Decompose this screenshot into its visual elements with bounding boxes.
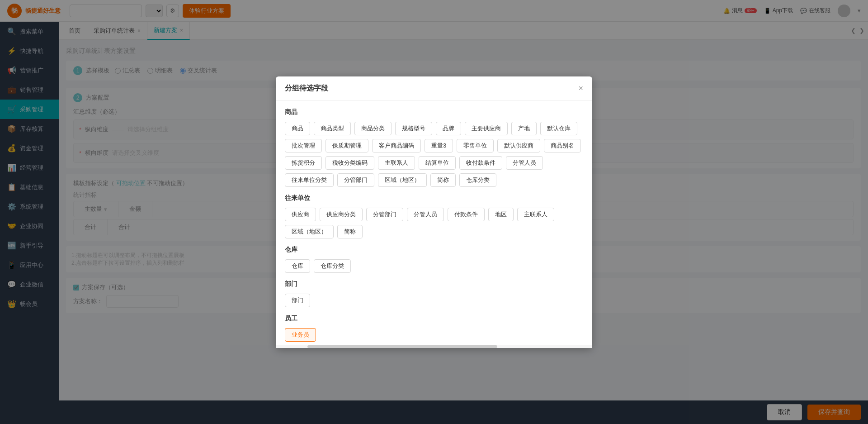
field-tag-0-16[interactable]: 税收分类编码 (326, 156, 374, 170)
field-tag-0-2[interactable]: 商品分类 (354, 122, 392, 135)
field-tag-0-23[interactable]: 区域（地区） (378, 173, 427, 187)
field-tag-0-24[interactable]: 简称 (430, 173, 456, 187)
field-group-title-1: 往来单位 (285, 194, 583, 202)
field-tag-1-1[interactable]: 供应商分类 (320, 208, 363, 221)
field-tag-0-5[interactable]: 主要供应商 (465, 122, 508, 135)
field-tag-0-17[interactable]: 主联系人 (378, 156, 415, 170)
field-group-tags-3: 部门 (285, 294, 583, 307)
field-group-title-3: 部门 (285, 280, 583, 288)
modal-title: 分组待选字段 (285, 84, 328, 93)
field-tag-0-20[interactable]: 分管人员 (506, 156, 543, 170)
field-tag-0-15[interactable]: 拣货积分 (285, 156, 322, 170)
field-tag-0-21[interactable]: 往来单位分类 (285, 173, 334, 187)
field-tag-0-0[interactable]: 商品 (285, 122, 310, 135)
modal-scroll-thumb (307, 345, 497, 348)
field-tag-0-11[interactable]: 重量3 (425, 139, 453, 152)
field-tag-0-4[interactable]: 品牌 (436, 122, 461, 135)
field-tag-1-5[interactable]: 地区 (488, 208, 514, 221)
modal-header: 分组待选字段 × (276, 76, 592, 101)
field-tag-2-0[interactable]: 仓库 (285, 259, 310, 273)
field-tag-1-7[interactable]: 区域（地区） (285, 225, 334, 238)
field-selection-modal: 分组待选字段 × 商品商品商品类型商品分类规格型号品牌主要供应商产地默认仓库批次… (276, 76, 592, 348)
modal-body: 商品商品商品类型商品分类规格型号品牌主要供应商产地默认仓库批次管理保质期管理客户… (276, 101, 592, 345)
field-tag-1-2[interactable]: 分管部门 (366, 208, 403, 221)
field-tag-2-1[interactable]: 仓库分类 (314, 259, 351, 273)
field-tag-3-0[interactable]: 部门 (285, 294, 310, 307)
field-tag-1-6[interactable]: 主联系人 (517, 208, 554, 221)
field-group-title-0: 商品 (285, 108, 583, 116)
field-tag-0-22[interactable]: 分管部门 (337, 173, 374, 187)
field-group-tags-0: 商品商品类型商品分类规格型号品牌主要供应商产地默认仓库批次管理保质期管理客户商品… (285, 122, 583, 187)
field-tag-0-18[interactable]: 结算单位 (419, 156, 456, 170)
field-tag-0-25[interactable]: 仓库分类 (459, 173, 496, 187)
field-group-tags-4: 业务员 (285, 328, 583, 342)
field-tag-0-8[interactable]: 批次管理 (285, 139, 322, 152)
field-tag-4-0[interactable]: 业务员 (285, 328, 316, 342)
field-tag-1-0[interactable]: 供应商 (285, 208, 316, 221)
modal-overlay: 分组待选字段 × 商品商品商品类型商品分类规格型号品牌主要供应商产地默认仓库批次… (0, 0, 868, 424)
field-tag-0-1[interactable]: 商品类型 (314, 122, 351, 135)
field-tag-0-19[interactable]: 收付款条件 (459, 156, 502, 170)
field-tag-1-8[interactable]: 简称 (337, 225, 363, 238)
field-tag-0-12[interactable]: 零售单位 (457, 139, 494, 152)
field-tag-1-3[interactable]: 分管人员 (407, 208, 444, 221)
field-tag-0-7[interactable]: 默认仓库 (540, 122, 577, 135)
field-group-tags-2: 仓库仓库分类 (285, 259, 583, 273)
field-tag-0-14[interactable]: 商品别名 (544, 139, 581, 152)
field-tag-0-10[interactable]: 客户商品编码 (372, 139, 421, 152)
field-tag-0-6[interactable]: 产地 (511, 122, 537, 135)
field-group-title-4: 员工 (285, 314, 583, 323)
field-group-tags-1: 供应商供应商分类分管部门分管人员付款条件地区主联系人区域（地区）简称 (285, 208, 583, 238)
field-tag-0-9[interactable]: 保质期管理 (326, 139, 368, 152)
modal-horizontal-scrollbar[interactable] (276, 345, 592, 348)
field-tag-0-13[interactable]: 默认供应商 (497, 139, 540, 152)
modal-close-button[interactable]: × (578, 84, 583, 93)
field-tag-1-4[interactable]: 付款条件 (448, 208, 485, 221)
field-group-title-2: 仓库 (285, 246, 583, 254)
field-tag-0-3[interactable]: 规格型号 (395, 122, 432, 135)
